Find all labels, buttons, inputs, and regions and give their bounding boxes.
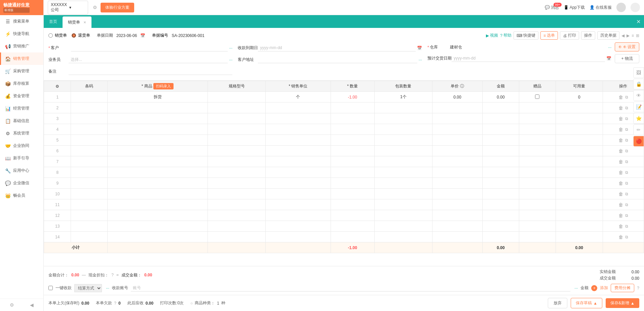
cell-price[interactable] bbox=[432, 232, 482, 242]
tabbar-close-icon[interactable]: ✕ bbox=[636, 18, 641, 25]
sidebar-item-sales[interactable]: 🏠 销售管理 bbox=[0, 52, 43, 65]
sidebar-item-purchase[interactable]: 🛒 采购管理 bbox=[0, 65, 43, 77]
cell-spec[interactable] bbox=[207, 146, 265, 156]
cell-amount[interactable] bbox=[483, 189, 519, 199]
cell-amount[interactable] bbox=[483, 146, 519, 156]
cell-product[interactable]: 拆货 bbox=[108, 92, 208, 103]
cell-gift[interactable] bbox=[519, 210, 556, 221]
print-btn[interactable]: 🖨 打印 bbox=[560, 31, 579, 40]
cell-unit[interactable] bbox=[266, 232, 331, 242]
delete-row-icon[interactable]: 🗑 bbox=[618, 213, 623, 218]
one-click-payment-check[interactable] bbox=[48, 286, 53, 290]
cell-gift[interactable] bbox=[519, 199, 556, 210]
cell-product[interactable] bbox=[108, 221, 208, 232]
sidebar-item-quick-nav[interactable]: ⚡ 快捷导航 bbox=[0, 28, 43, 40]
cell-unit[interactable] bbox=[266, 113, 331, 124]
expected-date-input[interactable] bbox=[452, 55, 605, 62]
cell-product[interactable] bbox=[108, 178, 208, 189]
cell-gift[interactable] bbox=[519, 146, 556, 156]
cell-gift[interactable] bbox=[519, 167, 556, 178]
copy-row-icon[interactable]: ⧉ bbox=[625, 213, 628, 218]
add-payment-button[interactable]: + bbox=[591, 285, 597, 291]
cell-gift[interactable] bbox=[519, 178, 556, 189]
settings-button[interactable]: ⊕ ⊕ 设置 bbox=[615, 42, 639, 51]
cell-gift[interactable] bbox=[519, 124, 556, 135]
discount-help-icon[interactable]: ? bbox=[111, 273, 114, 277]
cell-price[interactable] bbox=[432, 156, 482, 167]
copy-row-icon[interactable]: ⧉ bbox=[625, 106, 628, 110]
cell-pkg[interactable] bbox=[374, 156, 432, 167]
debt-help-icon[interactable]: ? bbox=[114, 301, 116, 306]
cell-barcode[interactable] bbox=[71, 124, 108, 135]
customer-input[interactable] bbox=[71, 44, 228, 51]
cell-gift[interactable] bbox=[519, 156, 556, 167]
cell-qty[interactable] bbox=[331, 199, 374, 210]
cell-qty[interactable] bbox=[331, 178, 374, 189]
cell-amount[interactable] bbox=[483, 103, 519, 113]
settlement-method-select[interactable]: 结算方式 bbox=[74, 284, 102, 292]
sidebar-item-finance[interactable]: 💰 资金管理 bbox=[0, 90, 43, 102]
list-view-icon[interactable]: ≡ bbox=[632, 33, 634, 38]
delete-row-icon[interactable]: 🗑 bbox=[618, 148, 623, 154]
cell-spec[interactable] bbox=[207, 178, 265, 189]
nav-prev-icon[interactable]: ◀ bbox=[621, 33, 624, 38]
copy-row-icon[interactable]: ⧉ bbox=[625, 159, 628, 164]
cell-spec[interactable] bbox=[207, 113, 265, 124]
cell-unit[interactable] bbox=[266, 178, 331, 189]
product-count-icon[interactable]: ○ bbox=[190, 301, 193, 306]
sidebar-item-collab[interactable]: 🤝 企业协同 bbox=[0, 140, 43, 152]
delete-row-icon[interactable]: 🗑 bbox=[618, 202, 623, 207]
cell-barcode[interactable] bbox=[71, 232, 108, 242]
cell-price[interactable] bbox=[432, 113, 482, 124]
user-avatar[interactable] bbox=[616, 3, 626, 12]
cell-pkg[interactable] bbox=[374, 103, 432, 113]
cell-product[interactable] bbox=[108, 113, 208, 124]
salesperson-dots-icon[interactable]: ··· bbox=[229, 57, 232, 62]
cell-product[interactable] bbox=[108, 124, 208, 135]
shortcut-btn[interactable]: ⌨ 快捷键 bbox=[514, 31, 538, 40]
tab-home[interactable]: 首页 bbox=[44, 15, 63, 28]
delete-row-icon[interactable]: 🗑 bbox=[618, 138, 623, 143]
cell-amount[interactable] bbox=[483, 113, 519, 124]
copy-row-icon[interactable]: ⧉ bbox=[625, 192, 628, 196]
cell-amount[interactable]: 0.00 bbox=[483, 92, 519, 103]
fee-split-button[interactable]: 费用分摊 bbox=[611, 284, 634, 292]
app-download-link[interactable]: 📱 App下载 bbox=[564, 5, 585, 10]
copy-row-icon[interactable]: ⧉ bbox=[625, 224, 628, 229]
cell-qty[interactable] bbox=[331, 210, 374, 221]
cell-product[interactable] bbox=[108, 199, 208, 210]
collapse-icon[interactable]: ◀ bbox=[30, 302, 34, 308]
cell-pkg[interactable] bbox=[374, 135, 432, 146]
payment-date-input[interactable] bbox=[258, 44, 415, 51]
select-btn[interactable]: ≡ 选单 bbox=[540, 31, 558, 40]
copy-row-icon[interactable]: ⧉ bbox=[625, 149, 628, 153]
cell-price[interactable] bbox=[432, 199, 482, 210]
cell-amount[interactable] bbox=[483, 167, 519, 178]
tab-sales[interactable]: 销货单 ✕ bbox=[63, 16, 91, 28]
sidebar-item-search[interactable]: ☰ 搜索菜单 bbox=[0, 15, 43, 28]
cell-barcode[interactable] bbox=[71, 113, 108, 124]
cell-price[interactable] bbox=[432, 210, 482, 221]
cell-unit[interactable] bbox=[266, 221, 331, 232]
cell-price[interactable] bbox=[432, 135, 482, 146]
cell-qty[interactable] bbox=[331, 135, 374, 146]
cell-product[interactable] bbox=[108, 135, 208, 146]
cell-price[interactable] bbox=[432, 178, 482, 189]
address-dots-icon[interactable]: ··· bbox=[419, 57, 422, 62]
cell-amount[interactable] bbox=[483, 124, 519, 135]
cell-qty[interactable] bbox=[331, 189, 374, 199]
cell-pkg[interactable] bbox=[374, 232, 432, 242]
float-lock-icon[interactable]: 🔒 bbox=[633, 79, 644, 89]
sidebar-item-wechat[interactable]: 💬 企业微信 bbox=[0, 177, 43, 189]
float-eye-icon[interactable]: 👁 bbox=[633, 90, 644, 101]
cell-amount[interactable] bbox=[483, 135, 519, 146]
radio-return-order[interactable] bbox=[72, 33, 76, 38]
copy-row-icon[interactable]: ⧉ bbox=[625, 235, 628, 239]
cell-gift[interactable] bbox=[519, 221, 556, 232]
cell-barcode[interactable] bbox=[71, 199, 108, 210]
cell-price[interactable] bbox=[432, 103, 482, 113]
cell-qty[interactable] bbox=[331, 232, 374, 242]
warehouse-dots-icon[interactable]: ··· bbox=[608, 45, 611, 50]
scan-button[interactable]: 扫码录入 bbox=[153, 83, 174, 89]
cell-amount[interactable] bbox=[483, 232, 519, 242]
